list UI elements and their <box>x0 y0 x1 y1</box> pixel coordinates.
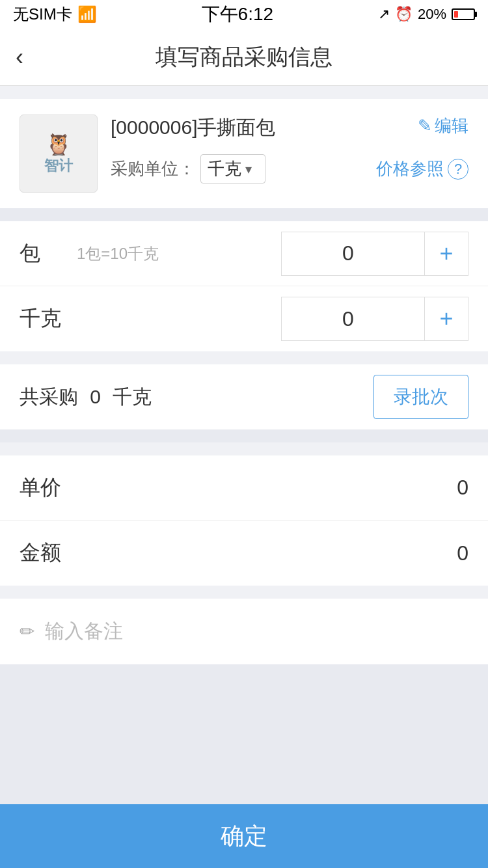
kg-input-group: + <box>281 297 468 341</box>
remark-placeholder: 输入备注 <box>45 618 123 645</box>
price-row: 单价 0 <box>0 455 488 521</box>
edit-button[interactable]: ✎ 编辑 <box>418 115 468 137</box>
wifi-icon: 📶 <box>77 5 97 23</box>
price-ref-label: 价格参照 <box>376 157 444 180</box>
bag-quantity-input[interactable] <box>281 232 424 276</box>
product-logo: 🦉 智计 <box>44 133 73 173</box>
status-left: 无SIM卡 📶 <box>13 4 97 25</box>
record-batch-button[interactable]: 录批次 <box>373 375 468 419</box>
product-unit-row: 采购单位： 千克 ▾ 价格参照 ? <box>111 154 468 183</box>
bag-label: 包 <box>20 239 72 268</box>
summary-prefix: 共采购 <box>20 386 78 407</box>
kg-row: 千克 + <box>0 286 488 351</box>
price-value: 0 <box>457 476 468 500</box>
nav-bar: ‹ 填写商品采购信息 <box>0 29 488 86</box>
summary-label: 共采购 0 千克 <box>20 384 152 411</box>
pencil-icon: ✏ <box>20 621 34 642</box>
summary-unit: 千克 <box>113 386 152 407</box>
edit-icon: ✎ <box>418 116 432 136</box>
bag-plus-button[interactable]: + <box>424 232 468 276</box>
price-ref-button[interactable]: 价格参照 ? <box>376 157 468 180</box>
alarm-icon: ⏰ <box>395 6 413 23</box>
detail-section: 单价 0 金额 0 <box>0 455 488 586</box>
help-icon: ? <box>448 159 468 180</box>
unit-prefix-label: 采购单位： <box>111 157 195 180</box>
amount-row: 金额 0 <box>0 521 488 586</box>
product-name-row: [0000006]手撕面包 ✎ 编辑 <box>111 115 468 141</box>
unit-select[interactable]: 千克 ▾ <box>200 154 265 183</box>
summary-section: 共采购 0 千克 录批次 <box>0 364 488 429</box>
page-title: 填写商品采购信息 <box>156 42 332 72</box>
status-right: ↗ ⏰ 20% <box>378 6 475 23</box>
divider-1 <box>0 208 488 221</box>
divider-2 <box>0 429 488 442</box>
battery-percent: 20% <box>418 6 446 23</box>
amount-label: 金额 <box>20 539 61 567</box>
unit-value: 千克 <box>208 157 241 180</box>
kg-plus-button[interactable]: + <box>424 297 468 341</box>
product-name: [0000006]手撕面包 <box>111 115 275 141</box>
dropdown-icon: ▾ <box>245 161 252 177</box>
price-label: 单价 <box>20 474 61 502</box>
kg-label: 千克 <box>20 305 72 333</box>
carrier-label: 无SIM卡 <box>13 4 72 25</box>
product-image: 🦉 智计 <box>20 115 98 193</box>
bag-input-group: + <box>281 232 468 276</box>
kg-quantity-input[interactable] <box>281 297 424 341</box>
amount-value: 0 <box>457 541 468 565</box>
battery-icon <box>452 8 475 20</box>
status-bar: 无SIM卡 📶 下午6:12 ↗ ⏰ 20% <box>0 0 488 29</box>
input-section: 包 1包=10千克 + 千克 + <box>0 221 488 351</box>
bag-row: 包 1包=10千克 + <box>0 221 488 286</box>
status-time: 下午6:12 <box>202 2 274 27</box>
summary-row: 共采购 0 千克 录批次 <box>0 364 488 429</box>
edit-label: 编辑 <box>435 115 468 137</box>
confirm-button[interactable]: 确定 <box>0 804 488 868</box>
bag-sublabel: 1包=10千克 <box>77 243 159 264</box>
product-card: 🦉 智计 [0000006]手撕面包 ✎ 编辑 采购单位： 千克 ▾ 价格参照 … <box>0 99 488 208</box>
remark-section[interactable]: ✏ 输入备注 <box>0 599 488 664</box>
summary-amount: 0 <box>90 386 101 407</box>
back-button[interactable]: ‹ <box>16 44 23 71</box>
product-info: [0000006]手撕面包 ✎ 编辑 采购单位： 千克 ▾ 价格参照 ? <box>111 115 468 183</box>
location-icon: ↗ <box>378 6 390 23</box>
